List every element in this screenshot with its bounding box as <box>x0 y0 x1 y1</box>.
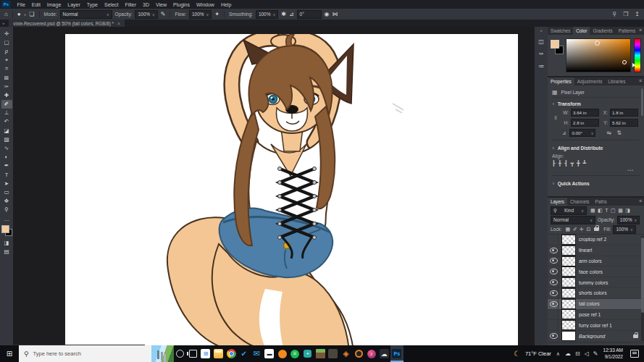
layer-thumbnail[interactable] <box>561 309 576 319</box>
search-icon[interactable]: ⚲ <box>612 11 616 17</box>
nitro-app[interactable] <box>276 345 289 362</box>
lock-artboard-icon[interactable]: ⊡ <box>586 227 590 232</box>
tray-display-icon[interactable]: ⊟ <box>575 350 580 357</box>
layer-fill-select[interactable]: 100% ∨ <box>613 225 635 234</box>
brush-preset-icon[interactable]: ● <box>17 11 21 17</box>
layer-opacity-select[interactable]: 100% ∨ <box>617 216 640 224</box>
action-center-icon[interactable] <box>630 350 639 358</box>
spotify-app[interactable] <box>288 345 301 362</box>
layer-blend-mode-select[interactable]: Normal ∨ <box>551 216 595 224</box>
quick-actions-section-header[interactable]: ∨ Quick Actions <box>552 179 640 188</box>
layer-row[interactable]: arm colors <box>548 256 644 267</box>
minecraft-app[interactable] <box>314 345 327 362</box>
layer-row[interactable]: furry color ref 1 <box>548 320 644 331</box>
frame-tool[interactable]: ⊠ <box>1 73 12 82</box>
menu-item[interactable]: Help <box>217 2 234 7</box>
layer-visibility-toggle[interactable] <box>549 299 559 309</box>
dodge-tool[interactable]: ◐ <box>1 153 12 161</box>
layer-visibility-toggle[interactable] <box>549 266 559 277</box>
layers-scrollbar[interactable] <box>641 236 644 341</box>
align-horizontal-centers-icon[interactable]: ╂ <box>559 160 562 167</box>
layer-visibility-toggle[interactable] <box>549 331 559 341</box>
align-left-edges-icon[interactable]: ┠ <box>552 160 556 167</box>
menu-item[interactable]: File <box>14 2 28 7</box>
menu-item[interactable]: Window <box>193 2 218 7</box>
layer-visibility-toggle[interactable] <box>549 310 559 320</box>
tab-layers[interactable]: Layers <box>548 198 567 206</box>
quick-mask-button[interactable]: ◨ <box>1 238 12 247</box>
layer-row[interactable]: pose ref 1 <box>548 310 644 321</box>
pressure-size-icon[interactable]: ◉ <box>325 11 330 17</box>
share-icon[interactable]: ↥ <box>635 11 640 17</box>
start-button[interactable]: ⊞ <box>0 345 19 362</box>
crop-tool[interactable]: ⌗ <box>1 64 12 73</box>
layer-row[interactable]: tummy colors <box>548 277 644 288</box>
tab-channels[interactable]: Channels <box>567 198 593 206</box>
layer-thumbnail[interactable] <box>561 320 576 330</box>
itunes-app[interactable] <box>365 345 378 362</box>
show-hidden-icons-chevron[interactable]: ∧ <box>556 351 560 357</box>
cortana-button[interactable] <box>174 345 187 362</box>
layer-visibility-toggle[interactable] <box>549 245 559 256</box>
blend-mode-select[interactable]: Normal ∨ <box>60 10 112 19</box>
layer-filter-select[interactable]: ⚲ Kind ∨ <box>551 206 587 215</box>
screen-mode-button[interactable]: ▤ <box>1 247 12 256</box>
menu-item[interactable]: Plugins <box>170 2 193 7</box>
foreground-color-chip[interactable] <box>1 225 9 233</box>
layer-row[interactable]: shorts colors <box>548 288 644 299</box>
taskbar-clock[interactable]: 12:33 AM 9/1/2022 <box>603 348 623 360</box>
task-view-button[interactable] <box>187 345 200 362</box>
smoothing-select[interactable]: 100% ∨ <box>256 10 278 19</box>
orange-ring-app[interactable] <box>352 345 365 362</box>
lock-pixels-icon[interactable]: ✐ <box>573 227 577 232</box>
smart-object-filter-icon[interactable]: ▩ <box>618 208 623 214</box>
layer-visibility-toggle[interactable] <box>549 235 559 245</box>
explorer-app[interactable] <box>212 345 225 362</box>
home-icon[interactable]: ⌂ <box>4 11 8 17</box>
rotate-angle-field[interactable]: 0.00° ∨ <box>569 129 595 137</box>
workspace-switcher-icon[interactable]: ❒ <box>623 11 628 17</box>
menu-item[interactable]: Type <box>83 2 101 7</box>
menu-item[interactable]: Layer <box>64 2 84 7</box>
y-field[interactable]: 5.62 in <box>610 119 638 127</box>
collapsed-history-panel-icon[interactable]: ◫ <box>538 38 544 45</box>
store-app[interactable] <box>199 345 212 362</box>
type-tool[interactable]: T <box>1 170 12 179</box>
layer-row[interactable]: croptop ref 2 <box>548 235 644 245</box>
layer-thumbnail[interactable] <box>561 235 576 245</box>
link-dimensions-icon[interactable]: ∞ <box>552 115 559 120</box>
gradient-tool[interactable]: ▨ <box>1 135 12 143</box>
adjustment-filter-icon[interactable]: ◧ <box>598 208 603 214</box>
align-top-edges-icon[interactable]: ┳ <box>571 160 574 167</box>
collapsed-settings-panel-icon[interactable]: ≔ <box>538 63 544 70</box>
shape-tool[interactable]: ▭ <box>1 188 12 196</box>
tab-properties[interactable]: Properties <box>548 77 574 85</box>
layer-thumbnail[interactable] <box>561 277 576 287</box>
tab-patterns[interactable]: Patterns <box>616 27 638 35</box>
tab-adjustments[interactable]: Adjustments <box>574 77 606 85</box>
layer-row[interactable]: tail colors <box>548 299 644 310</box>
layer-visibility-toggle[interactable] <box>549 320 559 330</box>
layer-thumbnail[interactable] <box>561 245 576 256</box>
layer-thumbnail[interactable] <box>561 331 576 341</box>
photoshop-app[interactable] <box>390 345 403 362</box>
tab-color[interactable]: Color <box>573 27 590 35</box>
marquee-tool[interactable]: ▢ <box>1 38 12 46</box>
width-field[interactable]: 3.64 in <box>571 109 599 117</box>
color-spectrum-field[interactable] <box>566 38 631 72</box>
shape-filter-icon[interactable]: ▢ <box>611 208 616 214</box>
tab-swatches[interactable]: Swatches <box>548 27 573 35</box>
lasso-tool[interactable]: ρ <box>1 46 12 55</box>
clone-stamp-tool[interactable]: ⊥ <box>1 109 12 117</box>
taskbar-search-box[interactable]: ⚲ Type here to search <box>19 345 174 362</box>
expand-panels-icon[interactable]: « <box>540 28 542 33</box>
flow-select[interactable]: 100% ∨ <box>189 10 212 19</box>
align-section-header[interactable]: ∨ Align and Distribute <box>552 143 640 152</box>
diamond-app[interactable] <box>340 345 353 362</box>
object-selection-tool[interactable]: ⌖ <box>1 56 12 64</box>
moon-icon[interactable]: ☾ <box>514 350 520 358</box>
flip-horizontal-icon[interactable]: ⇋ <box>606 130 611 136</box>
layer-visibility-toggle[interactable] <box>549 288 559 298</box>
healing-brush-tool[interactable]: ✚ <box>1 90 12 99</box>
tab-gradients[interactable]: Gradients <box>590 27 615 35</box>
